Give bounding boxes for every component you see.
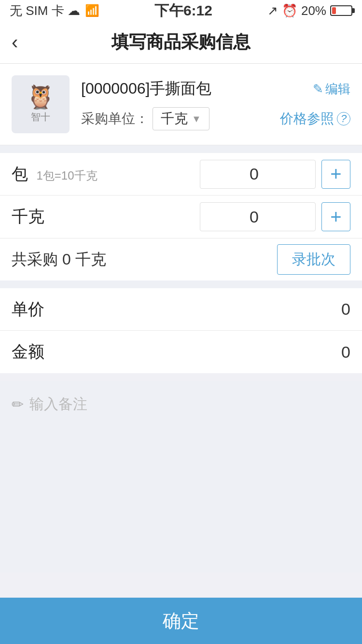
kg-row: 千克 + bbox=[0, 196, 362, 238]
content-area bbox=[0, 428, 362, 573]
bao-label: 包 1包=10千克 bbox=[12, 163, 97, 185]
sim-text: 无 SIM 卡 ☁ bbox=[10, 2, 80, 19]
unit-value: 千克 bbox=[161, 110, 188, 128]
bao-sub-label: 1包=10千克 bbox=[36, 169, 97, 182]
amount-row: 金额 0 bbox=[0, 331, 362, 373]
wifi-icon: 📶 bbox=[85, 4, 99, 17]
remark-section[interactable]: ✏ 输入备注 bbox=[0, 381, 362, 428]
dropdown-arrow-icon: ▼ bbox=[192, 113, 201, 125]
product-card: 🦉 智十 [0000006]手撕面包 ✎ 编辑 采购单位： 千克 ▼ 价格参照 bbox=[0, 64, 362, 145]
confirm-button[interactable]: 确定 bbox=[0, 598, 362, 644]
kg-input[interactable] bbox=[200, 202, 316, 231]
unit-price-value: 0 bbox=[341, 300, 350, 319]
unit-label: 采购单位： bbox=[81, 110, 149, 128]
unit-price-label: 单价 bbox=[12, 298, 44, 321]
location-icon: ↗ bbox=[267, 3, 278, 18]
price-section: 单价 0 金额 0 bbox=[0, 288, 362, 373]
amount-label: 金额 bbox=[12, 341, 44, 363]
edit-icon: ✎ bbox=[313, 82, 323, 97]
quantity-section: 包 1包=10千克 + 千克 + bbox=[0, 153, 362, 238]
alarm-icon: ⏰ bbox=[282, 3, 297, 18]
status-bar: 无 SIM 卡 ☁ 📶 下午6:12 ↗ ⏰ 20% bbox=[0, 0, 362, 21]
kg-label: 千克 bbox=[12, 206, 44, 228]
battery-percent: 20% bbox=[301, 3, 326, 18]
bao-row: 包 1包=10千克 + bbox=[0, 153, 362, 196]
product-name-row: [0000006]手撕面包 ✎ 编辑 bbox=[81, 78, 350, 99]
owl-logo: 🦉 bbox=[26, 85, 55, 109]
battery-icon bbox=[330, 5, 352, 16]
back-button[interactable]: ‹ bbox=[12, 31, 18, 53]
section-divider-1 bbox=[0, 145, 362, 153]
section-divider-2 bbox=[0, 280, 362, 288]
price-ref-button[interactable]: 价格参照 ? bbox=[280, 110, 350, 128]
brand-label: 智十 bbox=[31, 111, 50, 124]
kg-plus-button[interactable]: + bbox=[321, 202, 350, 231]
battery-fill bbox=[332, 7, 336, 14]
edit-button[interactable]: ✎ 编辑 bbox=[313, 81, 350, 98]
remark-input[interactable]: 输入备注 bbox=[29, 394, 87, 414]
price-ref-label: 价格参照 bbox=[280, 110, 334, 128]
bao-input[interactable] bbox=[200, 160, 316, 189]
status-time: 下午6:12 bbox=[154, 1, 212, 21]
product-name: [0000006]手撕面包 bbox=[81, 78, 211, 99]
bao-plus-button[interactable]: + bbox=[321, 160, 350, 189]
status-left: 无 SIM 卡 ☁ 📶 bbox=[10, 2, 99, 19]
edit-label: 编辑 bbox=[325, 81, 350, 98]
summary-row: 共采购 0 千克 录批次 bbox=[0, 238, 362, 280]
record-batch-button[interactable]: 录批次 bbox=[277, 244, 350, 275]
status-right: ↗ ⏰ 20% bbox=[267, 3, 352, 18]
summary-text: 共采购 0 千克 bbox=[12, 249, 106, 270]
page-title: 填写商品采购信息 bbox=[111, 30, 251, 54]
product-info: [0000006]手撕面包 ✎ 编辑 采购单位： 千克 ▼ 价格参照 ? bbox=[81, 78, 350, 130]
amount-value: 0 bbox=[341, 343, 350, 362]
nav-bar: ‹ 填写商品采购信息 bbox=[0, 21, 362, 64]
unit-row: 采购单位： 千克 ▼ 价格参照 ? bbox=[81, 107, 350, 130]
pencil-icon: ✏ bbox=[12, 396, 24, 413]
help-icon: ? bbox=[337, 112, 350, 126]
unit-select[interactable]: 千克 ▼ bbox=[153, 107, 209, 130]
unit-price-row: 单价 0 bbox=[0, 288, 362, 331]
product-image: 🦉 智十 bbox=[12, 75, 70, 133]
